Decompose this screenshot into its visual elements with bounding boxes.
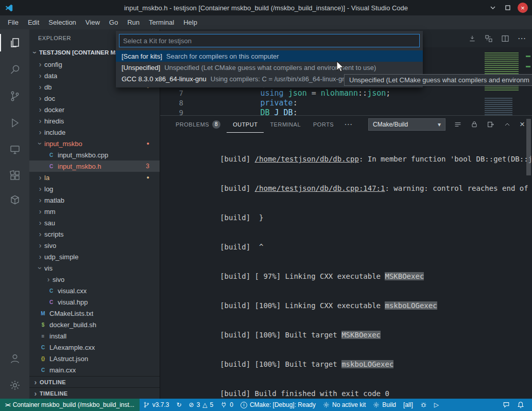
tree-item-label: db xyxy=(44,83,52,91)
code-line-content: json Jmskbo; xyxy=(183,108,316,115)
panel-tab[interactable]: OUTPUT xyxy=(227,116,264,133)
menu-item[interactable]: Selection xyxy=(44,15,80,29)
menu-item[interactable]: View xyxy=(81,15,105,29)
tree-item[interactable]: scripts xyxy=(29,228,160,240)
close-panel-icon[interactable] xyxy=(520,120,525,129)
minimize-button[interactable] xyxy=(488,3,498,13)
folder-chevron-icon xyxy=(36,117,44,125)
cmake-build-button[interactable]: Build xyxy=(369,399,400,411)
remote-icon xyxy=(5,401,10,408)
tree-item[interactable]: sivo xyxy=(29,240,160,251)
sidebar-section-header[interactable]: › TIMELINE xyxy=(29,387,160,399)
problems-badge: 8 xyxy=(212,120,220,129)
file-type-icon: C xyxy=(47,298,55,306)
source-control-icon[interactable] xyxy=(0,83,29,110)
account-icon[interactable] xyxy=(0,345,29,372)
output-channel-select[interactable]: CMake/Build xyxy=(368,118,445,131)
tree-item[interactable]: C LAexample.cxx xyxy=(29,342,160,353)
run-debug-icon[interactable] xyxy=(0,110,29,136)
output-log[interactable]: [build] /home/testjson/db/db.cpp: In mem… xyxy=(160,133,532,399)
remote-indicator[interactable]: Container mskbo_build (/mskbo_build_inst… xyxy=(0,399,140,411)
output-segment: [build] [100%] Linking CXX executable xyxy=(220,301,385,310)
tree-item[interactable]: C visual.cxx xyxy=(29,285,160,296)
menu-item[interactable]: Edit xyxy=(23,15,44,29)
git-branch-status[interactable]: v3.7.3 xyxy=(140,399,173,411)
tree-item[interactable]: C input_mskbo.h 3 xyxy=(29,160,160,172)
file-type-icon: C xyxy=(47,151,55,159)
close-button[interactable] xyxy=(518,3,528,13)
tree-item[interactable]: include xyxy=(29,127,160,138)
line-number: 8 xyxy=(160,98,183,108)
tree-item[interactable]: sau xyxy=(29,217,160,228)
quickpick-input[interactable]: Select a Kit for testjson xyxy=(119,34,420,47)
feedback-button[interactable] xyxy=(499,401,513,408)
sync-status[interactable] xyxy=(173,399,185,411)
file-type-icon: C xyxy=(39,366,47,374)
tree-item[interactable]: {} LAstruct.json xyxy=(29,353,160,364)
extensions-icon[interactable] xyxy=(0,163,29,187)
tree-item[interactable]: mm xyxy=(29,206,160,217)
output-segment: [build] ^ xyxy=(220,243,263,251)
panel-tab[interactable]: PROBLEMS 8 xyxy=(169,116,227,133)
tree-item-label: matlab xyxy=(44,196,64,204)
quickpick-item[interactable]: [Unspecified] Unspecified (Let CMake gue… xyxy=(116,62,423,73)
lock-icon[interactable] xyxy=(470,120,478,129)
tree-item[interactable]: C input_mskbo.cpp xyxy=(29,149,160,160)
tree-item[interactable]: C main.cxx xyxy=(29,364,160,376)
problems-status[interactable]: 3 5 xyxy=(185,399,217,411)
launch-status[interactable] xyxy=(431,399,442,411)
output-line: [build] [100%] Built target MSKBOexec xyxy=(168,311,532,340)
tree-item[interactable]: udp_simple xyxy=(29,251,160,262)
build-target-status[interactable]: [all] xyxy=(400,399,417,411)
more-panel-tabs-icon[interactable] xyxy=(340,119,356,129)
open-in-editor-icon[interactable] xyxy=(487,120,495,129)
notifications-button[interactable] xyxy=(513,401,528,408)
tree-item[interactable]: doc xyxy=(29,93,160,104)
debug-status[interactable] xyxy=(417,399,431,411)
tree-item[interactable]: vis xyxy=(29,262,160,274)
tree-item-label: visual.cxx xyxy=(58,287,87,295)
tree-item[interactable]: hiredis xyxy=(29,115,160,127)
menu-item[interactable]: Terminal xyxy=(144,15,179,29)
panel-tab[interactable]: PORTS xyxy=(307,116,340,133)
menu-item[interactable]: Go xyxy=(105,15,123,29)
split-editor-icon[interactable] xyxy=(501,34,509,43)
remote-explorer-icon[interactable] xyxy=(0,136,29,163)
output-channel-value: CMake/Build xyxy=(373,121,408,128)
tree-item[interactable]: log xyxy=(29,183,160,194)
tree-item[interactable]: M CMakeLists.txt xyxy=(29,308,160,319)
tree-item[interactable]: $ docker_build.sh xyxy=(29,319,160,330)
tree-item[interactable]: C visual.hpp xyxy=(29,296,160,308)
run-build-icon[interactable] xyxy=(468,34,476,43)
cmake-kit-status[interactable]: No active kit xyxy=(319,399,369,411)
menu-bar: FileEditSelectionViewGoRunTerminalHelp xyxy=(0,15,532,29)
tree-item[interactable]: matlab xyxy=(29,194,160,206)
ports-status[interactable]: 0 xyxy=(217,399,237,411)
tree-item[interactable]: ≡ install xyxy=(29,330,160,342)
sidebar-section-header[interactable]: › OUTLINE xyxy=(29,376,160,387)
chevron-down-icon xyxy=(31,48,39,57)
explorer-icon[interactable] xyxy=(0,29,29,56)
panel-tab[interactable]: TERMINAL xyxy=(264,116,307,133)
maximize-button[interactable] xyxy=(503,3,513,13)
quickpick-item[interactable]: [Scan for kits] Search for compilers on … xyxy=(116,50,423,62)
maximize-panel-icon[interactable] xyxy=(503,120,511,129)
tree-item[interactable]: input_mskbo xyxy=(29,138,160,149)
output-segment: mskboLOGexec xyxy=(341,360,393,368)
chevron-right-icon: › xyxy=(31,389,40,398)
tree-item[interactable]: sivo xyxy=(29,274,160,285)
list-icon[interactable] xyxy=(454,120,462,129)
more-actions-icon[interactable] xyxy=(518,33,526,43)
search-icon[interactable] xyxy=(0,56,29,83)
menu-item[interactable]: Help xyxy=(179,15,202,29)
cmake-status[interactable]: CMake: [Debug]: Ready xyxy=(237,399,319,411)
compare-changes-icon[interactable] xyxy=(485,34,493,43)
settings-gear-icon[interactable] xyxy=(0,372,29,399)
quickpick-item-description: Search for compilers on this computer xyxy=(166,52,279,60)
panel-scrollbar[interactable] xyxy=(526,119,531,175)
menu-item[interactable]: Run xyxy=(123,15,144,29)
menu-item[interactable]: File xyxy=(3,15,23,29)
tree-item[interactable]: docker xyxy=(29,104,160,115)
tree-item[interactable]: la xyxy=(29,172,160,183)
package-icon[interactable] xyxy=(0,187,29,211)
